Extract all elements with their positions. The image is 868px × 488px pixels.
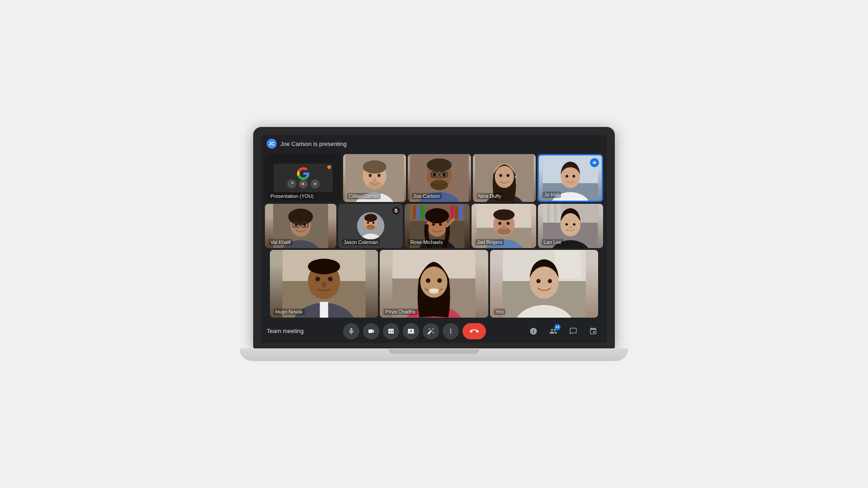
tile-jad[interactable]: Jad Rogers xyxy=(472,204,537,249)
tile-joe[interactable]: Joe Carlson xyxy=(408,154,471,202)
svg-point-96 xyxy=(321,282,327,288)
svg-point-65 xyxy=(425,208,449,223)
tile-name-you: You xyxy=(494,309,506,315)
camera-button[interactable] xyxy=(363,323,379,339)
svg-point-25 xyxy=(514,175,518,178)
svg-point-43 xyxy=(295,224,297,226)
tile-priya[interactable]: Priya Chadha xyxy=(380,250,488,318)
tile-rose[interactable]: Rose Michaels xyxy=(405,204,470,249)
svg-rect-81 xyxy=(550,204,554,223)
bottom-bar: Team meeting xyxy=(261,319,607,343)
svg-rect-61 xyxy=(455,206,458,219)
people-button[interactable]: 12 xyxy=(545,323,561,339)
present-button[interactable] xyxy=(403,323,419,339)
you-svg xyxy=(490,250,598,318)
people-count-badge: 12 xyxy=(554,324,561,330)
info-button[interactable] xyxy=(525,323,542,339)
tile-hugo[interactable]: Hugo Novak xyxy=(270,250,378,318)
tile-presentation[interactable]: Go 🎤 🔇 ✕ Presentation (YOU) xyxy=(265,154,341,202)
svg-point-5 xyxy=(369,174,372,177)
grid-row-1: Go 🎤 🔇 ✕ Presentation (YOU) xyxy=(265,154,603,202)
end-call-button[interactable] xyxy=(462,323,486,339)
you-visual xyxy=(490,250,598,318)
laptop-screen: JC Joe Carlson is presenting xyxy=(253,127,615,348)
mic-off-icon xyxy=(394,208,398,213)
svg-point-85 xyxy=(566,223,568,225)
effects-icon xyxy=(427,328,434,335)
tile-cillian[interactable]: Cillian Garner xyxy=(343,154,406,202)
captions-button[interactable] xyxy=(383,323,399,339)
tile-name-lan: Lan Lee xyxy=(542,239,563,245)
priya-svg xyxy=(380,250,488,318)
tile-nina[interactable]: Nina Duffy xyxy=(473,154,536,202)
controls-right: 12 xyxy=(525,323,601,339)
tile-name-priya: Priya Chadha xyxy=(383,309,417,315)
svg-point-18 xyxy=(438,177,441,181)
svg-point-39 xyxy=(288,208,313,225)
grid-row-2: Val Khalil xyxy=(265,204,603,249)
svg-point-7 xyxy=(373,178,376,182)
jason-avatar-svg xyxy=(357,212,384,239)
svg-rect-58 xyxy=(417,206,420,219)
chat-button[interactable] xyxy=(565,323,581,339)
svg-point-3 xyxy=(367,181,382,190)
svg-rect-62 xyxy=(460,205,462,219)
pres-close-btn[interactable]: ✕ xyxy=(311,179,320,188)
more-button[interactable] xyxy=(443,323,459,339)
svg-point-94 xyxy=(316,277,320,282)
google-logo xyxy=(297,167,310,180)
svg-rect-57 xyxy=(413,206,416,219)
svg-point-22 xyxy=(495,166,514,188)
jo-speaking-icon xyxy=(590,158,599,167)
svg-rect-35 xyxy=(595,162,596,164)
tile-name-joe: Joe Carlson xyxy=(411,193,442,199)
tile-jason[interactable]: Jason Coleman xyxy=(338,204,403,249)
svg-point-44 xyxy=(303,224,306,226)
svg-rect-107 xyxy=(554,250,580,278)
svg-point-111 xyxy=(547,279,552,283)
presenting-text: Joe Carlson is presenting xyxy=(280,141,347,147)
svg-point-31 xyxy=(566,175,568,178)
svg-point-4 xyxy=(363,160,387,174)
tile-name-jason: Jason Coleman xyxy=(342,239,380,245)
tile-name-cillian: Cillian Garner xyxy=(347,193,381,199)
camera-icon xyxy=(368,328,375,335)
mic-button[interactable] xyxy=(343,323,359,339)
effects-button[interactable] xyxy=(423,323,439,339)
svg-point-66 xyxy=(432,223,435,226)
svg-point-67 xyxy=(439,223,442,226)
svg-rect-60 xyxy=(451,206,454,219)
more-icon xyxy=(447,328,454,335)
end-call-icon xyxy=(470,327,479,336)
chat-icon xyxy=(569,327,577,335)
presenter-avatar: JC xyxy=(267,139,277,149)
hugo-visual xyxy=(270,250,378,318)
controls-center xyxy=(343,323,486,339)
svg-rect-34 xyxy=(594,161,595,164)
svg-point-104 xyxy=(437,278,442,283)
tile-you[interactable]: You xyxy=(490,250,598,318)
tile-name-hugo: Hugo Novak xyxy=(274,309,305,315)
svg-point-93 xyxy=(308,259,340,275)
screen-inner: JC Joe Carlson is presenting xyxy=(261,135,607,343)
svg-point-6 xyxy=(377,174,381,177)
svg-point-75 xyxy=(498,222,501,225)
mic-icon xyxy=(348,328,355,335)
laptop-base xyxy=(240,348,628,361)
svg-point-87 xyxy=(569,225,572,229)
tile-name-jo: Jo Hall xyxy=(542,192,561,198)
pres-mic-btn[interactable]: 🎤 xyxy=(287,179,296,188)
svg-point-95 xyxy=(328,277,332,282)
pres-mute-btn[interactable]: 🔇 xyxy=(299,179,308,188)
activities-icon xyxy=(589,327,597,335)
svg-point-12 xyxy=(430,180,448,190)
recording-dot xyxy=(327,165,331,169)
activities-button[interactable] xyxy=(585,323,601,339)
grid-row-3: Hugo Novak xyxy=(265,250,603,318)
presentation-controls: 🎤 🔇 ✕ xyxy=(287,179,320,188)
tile-jo[interactable]: Jo Hall xyxy=(538,154,603,202)
meeting-title: Team meeting xyxy=(267,328,304,334)
tile-lan[interactable]: Lan Lee xyxy=(538,204,603,249)
captions-icon xyxy=(387,328,395,335)
tile-val[interactable]: Val Khalil xyxy=(265,204,336,249)
